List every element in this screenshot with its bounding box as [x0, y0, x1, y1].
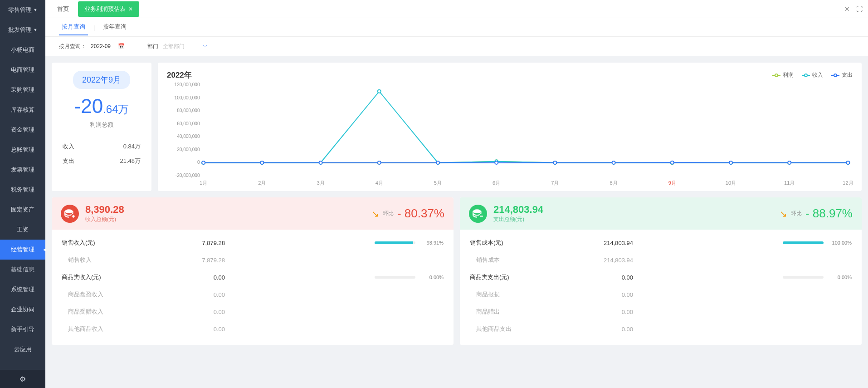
profit-total-label: 利润总额 [60, 121, 143, 129]
income-total-value: 8,390.28 [85, 204, 124, 216]
subtab-yearly[interactable]: 按年查询 [100, 19, 129, 35]
income-total-label: 收入总额(元) [85, 216, 124, 223]
progress-bar [783, 241, 824, 244]
sidebar: 零售管理▼批发管理▼小畅电商电商管理采购管理库存核算资金管理总账管理发票管理税务… [0, 0, 45, 388]
tab-home[interactable]: 首页 [51, 2, 75, 16]
close-tab-icon[interactable]: ✕ [844, 5, 850, 13]
progress-bar [375, 241, 415, 244]
svg-text:11月: 11月 [784, 180, 795, 186]
svg-text:3月: 3月 [317, 180, 324, 186]
sidebar-item-4[interactable]: 采购管理 [0, 80, 45, 100]
subtab-monthly[interactable]: 按月查询 [59, 19, 88, 35]
svg-point-55 [788, 161, 791, 164]
expense-label: 支出 [63, 157, 74, 165]
svg-point-56 [846, 161, 849, 164]
legend-marker-icon [772, 74, 780, 77]
income-value: 0.84万 [123, 142, 141, 151]
sidebar-item-16[interactable]: 新手引导 [0, 319, 45, 339]
metric-row: 销售成本214,803.94 [470, 251, 852, 269]
period-pill: 2022年9月 [73, 71, 130, 89]
sidebar-item-5[interactable]: 库存核算 [0, 100, 45, 120]
sidebar-item-8[interactable]: 发票管理 [0, 160, 45, 180]
metric-row: 其他商品支出0.00 [470, 320, 852, 338]
month-filter-label: 按月查询： [59, 43, 86, 50]
expense-card: 214,803.94 支出总额(元) ↘ 环比 - 88.97% 销售成本(元)… [460, 197, 862, 345]
sidebar-item-10[interactable]: 固定资产 [0, 200, 45, 220]
legend-marker-icon [802, 74, 810, 77]
metric-row: 商品赠出0.00 [470, 303, 852, 320]
svg-point-53 [671, 161, 674, 164]
tab-active-label: 业务利润预估表 [84, 5, 126, 13]
calendar-icon[interactable]: 📅 [118, 43, 125, 49]
sidebar-item-11[interactable]: 工资 [0, 220, 45, 240]
metric-row: 商品类支出(元)0.000.00% [470, 269, 852, 286]
expense-trend-label: 环比 [791, 210, 802, 217]
svg-text:12月: 12月 [843, 180, 853, 186]
tab-profit-estimate[interactable]: 业务利润预估表 ✕ [78, 1, 139, 17]
sidebar-item-9[interactable]: 税务管理 [0, 180, 45, 200]
sidebar-item-6[interactable]: 资金管理 [0, 120, 45, 140]
svg-point-48 [378, 161, 381, 164]
close-icon[interactable]: ✕ [128, 6, 133, 12]
fullscreen-icon[interactable]: ⛶ [856, 5, 863, 13]
svg-text:6月: 6月 [493, 180, 500, 186]
sidebar-settings[interactable]: ⚙ [0, 370, 45, 388]
svg-point-36 [378, 90, 381, 93]
sidebar-item-13[interactable]: 基础信息 [0, 260, 45, 280]
expense-trend-pct: - 88.97% [805, 206, 853, 221]
month-filter-value[interactable]: 2022-09 [91, 43, 111, 49]
income-label: 收入 [63, 142, 74, 151]
svg-point-45 [202, 161, 205, 164]
svg-point-54 [729, 161, 732, 164]
chevron-down-icon: ﹀ [203, 43, 208, 50]
svg-text:7月: 7月 [551, 180, 559, 186]
subtabs: 按月查询 | 按年查询 [45, 18, 868, 36]
svg-point-50 [495, 161, 498, 164]
line-chart: -20,000,000020,000,00040,000,00060,000,0… [167, 82, 853, 187]
income-trend-label: 环比 [383, 210, 394, 217]
content: 2022年9月 -20.64万 利润总额 收入 0.84万 支出 21.48万 [45, 56, 868, 388]
sidebar-item-17[interactable]: 云应用 [0, 339, 45, 359]
legend-marker-icon [831, 74, 839, 77]
expense-total-label: 支出总额(元) [493, 216, 543, 223]
svg-text:2月: 2月 [258, 180, 266, 186]
metric-row: 商品类收入(元)0.000.00% [62, 269, 444, 286]
sidebar-item-1[interactable]: 批发管理▼ [0, 20, 45, 40]
svg-point-59 [473, 209, 481, 213]
sidebar-item-14[interactable]: 系统管理 [0, 280, 45, 300]
dept-select[interactable]: 全部部门 ﹀ [163, 43, 208, 50]
svg-point-51 [553, 161, 556, 164]
chart-card: 2022年 利润收入支出 -20,000,000020,000,00040,00… [158, 63, 862, 191]
svg-text:120,000,000: 120,000,000 [175, 82, 200, 87]
profit-summary-card: 2022年9月 -20.64万 利润总额 收入 0.84万 支出 21.48万 [52, 63, 151, 191]
progress-bar [375, 276, 415, 279]
metric-row: 商品盘盈收入0.00 [62, 286, 444, 303]
sidebar-item-2[interactable]: 小畅电商 [0, 40, 45, 60]
profit-total-value: -20.64万 [60, 96, 143, 116]
svg-text:10月: 10月 [726, 180, 736, 186]
caret-down-icon: ▼ [34, 28, 38, 32]
caret-down-icon: ▼ [34, 8, 38, 12]
expense-icon [469, 205, 487, 223]
income-icon [61, 205, 79, 223]
chart-legend: 利润收入支出 [772, 71, 853, 79]
metric-row: 销售成本(元)214,803.94100.00% [470, 234, 852, 251]
sidebar-item-15[interactable]: 企业协同 [0, 300, 45, 319]
legend-item[interactable]: 利润 [772, 71, 794, 79]
svg-point-49 [436, 161, 439, 164]
svg-text:1月: 1月 [200, 180, 207, 186]
legend-item[interactable]: 收入 [802, 71, 823, 79]
sidebar-item-3[interactable]: 电商管理 [0, 60, 45, 80]
metric-row: 销售收入7,879.28 [62, 251, 444, 269]
trend-down-icon: ↘ [780, 208, 787, 219]
trend-down-icon: ↘ [371, 208, 379, 219]
svg-text:5月: 5月 [434, 180, 442, 186]
income-card: 8,390.28 收入总额(元) ↘ 环比 - 80.37% 销售收入(元)7,… [52, 197, 454, 345]
legend-item[interactable]: 支出 [831, 71, 853, 79]
sidebar-item-0[interactable]: 零售管理▼ [0, 0, 45, 20]
sidebar-item-12[interactable]: 经营管理 [0, 240, 45, 260]
svg-point-57 [65, 209, 73, 213]
metric-row: 其他商品收入0.00 [62, 320, 444, 338]
sidebar-item-7[interactable]: 总账管理 [0, 140, 45, 160]
svg-point-52 [612, 161, 615, 164]
